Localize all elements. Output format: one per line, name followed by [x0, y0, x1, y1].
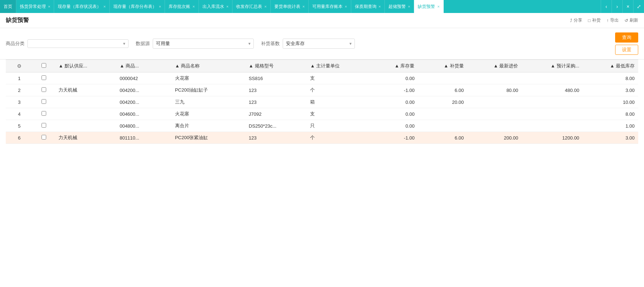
- th-gear[interactable]: ⚙: [6, 60, 33, 72]
- row-min-stock: 3.00: [583, 84, 638, 96]
- query-button[interactable]: 查询: [615, 32, 638, 43]
- nav-tab-flow[interactable]: 出入库流水 ×: [199, 0, 232, 13]
- replenish-base-arrow-icon: ▾: [349, 41, 352, 46]
- nav-tab-requisition[interactable]: 要货单统计表 ×: [271, 0, 309, 13]
- th-name[interactable]: ▲ 商品名称: [171, 60, 245, 72]
- nav-prev-button[interactable]: ‹: [601, 0, 612, 13]
- table-row: 6 力天机械 801110... PC200张紧油缸 123 个 -1.00 6…: [6, 132, 638, 144]
- row-latest-price: [467, 108, 522, 120]
- close-tab-stock-status[interactable]: ×: [103, 4, 105, 9]
- row-code: 801110...: [116, 132, 171, 144]
- row-stock: 0.00: [369, 120, 418, 132]
- close-tab-available[interactable]: ×: [345, 4, 347, 9]
- row-checkbox[interactable]: [42, 87, 46, 92]
- close-tab-overstock[interactable]: ×: [408, 4, 410, 9]
- row-latest-price: 80.00: [467, 84, 522, 96]
- nav-tab-batch[interactable]: 库存批次账 ×: [165, 0, 199, 13]
- replenish-button[interactable]: □ 补货: [588, 17, 601, 23]
- nav-tab-available[interactable]: 可用量库存账本 ×: [309, 0, 351, 13]
- filter-actions: 查询 设置: [615, 32, 638, 55]
- th-replenish[interactable]: ▲ 补货量: [418, 60, 467, 72]
- close-tab-stock-dist[interactable]: ×: [159, 4, 161, 9]
- row-name: 三九: [171, 96, 245, 108]
- gear-icon[interactable]: ⚙: [17, 63, 22, 69]
- row-unit: 箱: [306, 96, 369, 108]
- nav-tab-expiry[interactable]: 保质期查询 ×: [351, 0, 385, 13]
- row-code: 0000042: [116, 72, 171, 84]
- row-replenish: 20.00: [418, 96, 467, 108]
- nav-close-button[interactable]: ×: [622, 0, 633, 13]
- select-all-checkbox[interactable]: [42, 63, 46, 68]
- nav-tab-home[interactable]: 首页: [0, 0, 16, 13]
- category-filter-group: 商品分类 ▾: [6, 39, 129, 48]
- row-checkbox[interactable]: [42, 75, 46, 80]
- row-unit: 个: [306, 84, 369, 96]
- row-index: 4: [6, 108, 33, 120]
- nav-tab-stock-dist[interactable]: 现存量（库存分布表） ×: [110, 0, 165, 13]
- nav-tab-shortage[interactable]: 缺货预警 ×: [414, 0, 443, 13]
- row-forecast: [522, 120, 583, 132]
- row-checkbox[interactable]: [42, 135, 46, 140]
- th-code[interactable]: ▲ 商品...: [116, 60, 171, 72]
- refresh-button[interactable]: ↺ 刷新: [625, 17, 638, 23]
- nav-tab-overstock[interactable]: 超储预警 ×: [385, 0, 414, 13]
- th-unit[interactable]: ▲ 主计量单位: [306, 60, 369, 72]
- row-supplier: [55, 96, 116, 108]
- th-spec[interactable]: ▲ 规格型号: [245, 60, 306, 72]
- row-unit: 支: [306, 72, 369, 84]
- row-checkbox-cell: [33, 96, 55, 108]
- row-name: 火花塞: [171, 72, 245, 84]
- th-forecast[interactable]: ▲ 预计采购...: [522, 60, 583, 72]
- row-name: PC200油缸缸子: [171, 84, 245, 96]
- replenish-base-filter-group: 补货基数 安全库存 ▾: [261, 39, 355, 49]
- filter-area: 商品分类 ▾ 数据源 可用量 ▾ 补货基数 安全库存 ▾ 查询 设置: [0, 28, 644, 59]
- datasource-value: 可用量: [156, 40, 170, 47]
- row-unit: 支: [306, 108, 369, 120]
- close-tab-shortage[interactable]: ×: [437, 4, 439, 9]
- row-stock: -1.00: [369, 84, 418, 96]
- row-replenish: [418, 120, 467, 132]
- row-checkbox[interactable]: [42, 111, 46, 116]
- close-tab-requisition[interactable]: ×: [303, 4, 305, 9]
- row-min-stock: 8.00: [583, 108, 638, 120]
- row-unit: 只: [306, 120, 369, 132]
- datasource-filter-group: 数据源 可用量 ▾: [136, 39, 254, 49]
- row-supplier: [55, 120, 116, 132]
- close-tab-picking[interactable]: ×: [48, 4, 50, 9]
- category-select[interactable]: ▾: [27, 39, 129, 48]
- row-replenish: 6.00: [418, 84, 467, 96]
- settings-button[interactable]: 设置: [615, 45, 638, 55]
- datasource-select[interactable]: 可用量 ▾: [153, 39, 254, 49]
- share-button[interactable]: ⤴ 分享: [570, 17, 582, 23]
- row-checkbox-cell: [33, 108, 55, 120]
- nav-next-button[interactable]: ›: [612, 0, 622, 13]
- row-min-stock: 8.00: [583, 72, 638, 84]
- close-tab-batch[interactable]: ×: [192, 4, 195, 9]
- nav-tab-stock-status[interactable]: 现存量（库存状况表） ×: [54, 0, 109, 13]
- th-min-stock[interactable]: ▲ 最低库存: [583, 60, 638, 72]
- row-checkbox[interactable]: [42, 99, 46, 104]
- main-content: 缺货预警 ⤴ 分享 □ 补货 ↑ 导出 ↺ 刷新 商品分类: [0, 13, 644, 287]
- row-stock: 0.00: [369, 108, 418, 120]
- export-button[interactable]: ↑ 导出: [606, 17, 619, 23]
- table-body: 1 0000042 火花塞 SS816 支 0.00 8.00 2 力天机械 0…: [6, 72, 638, 144]
- close-tab-expiry[interactable]: ×: [379, 4, 381, 9]
- row-checkbox[interactable]: [42, 123, 46, 128]
- row-name: 火花塞: [171, 108, 245, 120]
- nav-expand-button[interactable]: ⤢: [633, 0, 644, 13]
- page-title: 缺货预警: [6, 17, 29, 24]
- close-tab-flow[interactable]: ×: [226, 4, 229, 9]
- th-stock[interactable]: ▲ 库存量: [369, 60, 418, 72]
- row-forecast: [522, 72, 583, 84]
- replenish-base-select[interactable]: 安全库存 ▾: [283, 39, 355, 49]
- replenish-base-label: 补货基数: [261, 40, 280, 47]
- table-container: ⚙ ▲ 默认供应... ▲ 商品... ▲ 商品名称 ▲: [0, 59, 644, 144]
- th-latest-price[interactable]: ▲ 最新进价: [467, 60, 522, 72]
- row-name: 离合片: [171, 120, 245, 132]
- row-min-stock: 1.00: [583, 120, 638, 132]
- nav-tab-summary[interactable]: 收发存汇总表 ×: [232, 0, 270, 13]
- th-supplier[interactable]: ▲ 默认供应...: [55, 60, 116, 72]
- close-tab-summary[interactable]: ×: [264, 4, 266, 9]
- nav-tab-picking[interactable]: 拣货异常处理 ×: [16, 0, 54, 13]
- row-min-stock: 10.00: [583, 96, 638, 108]
